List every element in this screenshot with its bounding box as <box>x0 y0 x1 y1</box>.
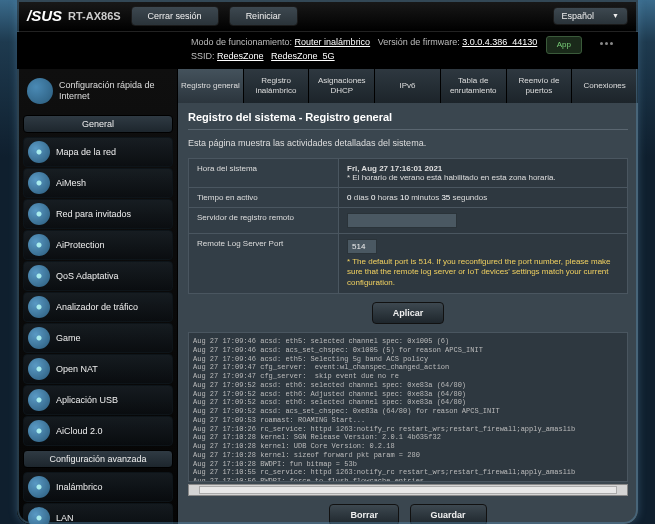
nav-icon <box>28 476 50 498</box>
sidebar-item-red-para-invitados[interactable]: Red para invitados <box>23 199 173 229</box>
sidebar-item-aplicaci-n-usb[interactable]: Aplicación USB <box>23 385 173 415</box>
system-log-text: Aug 27 17:09:46 acsd: eth5: selected cha… <box>193 337 623 482</box>
ssid-2-link[interactable]: RedesZone_5G <box>271 51 335 61</box>
reboot-button[interactable]: Reiniciar <box>229 6 298 26</box>
nav-icon <box>28 265 50 287</box>
language-selector[interactable]: Español ▼ <box>553 7 628 25</box>
sidebar-item-lan[interactable]: LAN <box>23 503 173 524</box>
sidebar-item-aiprotection[interactable]: AiProtection <box>23 230 173 260</box>
sidebar-item-analizador-de-tr-fico[interactable]: Analizador de tráfico <box>23 292 173 322</box>
ssid-label: SSID: <box>191 51 215 61</box>
content-area: Registro del sistema - Registro general … <box>178 103 638 524</box>
app-badge[interactable]: App <box>546 36 582 54</box>
main-panel: Registro generalRegistro inalámbricoAsig… <box>177 69 638 524</box>
brand-logo: /SUS <box>27 7 62 24</box>
tab-registro-general[interactable]: Registro general <box>178 69 244 103</box>
header-bar: /SUS RT-AX86S Cerrar sesión Reiniciar Es… <box>17 0 638 32</box>
log-server-input[interactable] <box>347 213 457 228</box>
language-label: Español <box>562 11 595 21</box>
system-time-value: Fri, Aug 27 17:16:01 2021 <box>347 164 442 173</box>
uptime-label: Tiempo en activo <box>189 188 339 208</box>
nav-icon <box>28 389 50 411</box>
nav-icon <box>28 420 50 442</box>
nav-label: Inalámbrico <box>56 482 103 492</box>
quick-setup-label: Configuración rápida de Internet <box>59 80 169 102</box>
log-port-label: Remote Log Server Port <box>189 234 339 294</box>
logout-button[interactable]: Cerrar sesión <box>131 6 219 26</box>
nav-label: Aplicación USB <box>56 395 118 405</box>
dst-note: * El horario de verano está habilitado e… <box>347 173 556 182</box>
info-bar: Modo de funcionamiento: Router inalámbri… <box>17 32 638 69</box>
log-port-warning: * The default port is 514. If you reconf… <box>347 257 611 287</box>
tab-tabla-de-enrutamiento[interactable]: Tabla de enrutamiento <box>441 69 507 103</box>
tab-asignaciones-dhcp[interactable]: Asignaciones DHCP <box>309 69 375 103</box>
quick-setup-button[interactable]: Configuración rápida de Internet <box>23 73 173 109</box>
sidebar-item-aicloud-2-0[interactable]: AiCloud 2.0 <box>23 416 173 446</box>
sidebar-item-mapa-de-la-red[interactable]: Mapa de la red <box>23 137 173 167</box>
sidebar-item-open-nat[interactable]: Open NAT <box>23 354 173 384</box>
ssid-1-link[interactable]: RedesZone <box>217 51 264 61</box>
page-description: Esta página muestra las actividades deta… <box>188 138 628 148</box>
tab-bar: Registro generalRegistro inalámbricoAsig… <box>178 69 638 103</box>
nav-label: Game <box>56 333 81 343</box>
sidebar-item-aimesh[interactable]: AiMesh <box>23 168 173 198</box>
nav-label: QoS Adaptativa <box>56 271 119 281</box>
more-icon[interactable] <box>594 36 618 50</box>
section-header-advanced: Configuración avanzada <box>23 450 173 468</box>
sidebar-item-qos-adaptativa[interactable]: QoS Adaptativa <box>23 261 173 291</box>
router-admin-frame: /SUS RT-AX86S Cerrar sesión Reiniciar Es… <box>17 0 638 524</box>
horizontal-scrollbar[interactable] <box>188 484 628 496</box>
nav-icon <box>28 234 50 256</box>
sidebar: Configuración rápida de Internet General… <box>17 69 177 524</box>
apply-button[interactable]: Aplicar <box>372 302 445 324</box>
sidebar-item-inal-mbrico[interactable]: Inalámbrico <box>23 472 173 502</box>
nav-icon <box>28 172 50 194</box>
globe-icon <box>27 78 53 104</box>
nav-icon <box>28 203 50 225</box>
nav-label: Analizador de tráfico <box>56 302 138 312</box>
tab-registro-inal-mbrico[interactable]: Registro inalámbrico <box>244 69 310 103</box>
firmware-link[interactable]: 3.0.0.4.386_44130 <box>462 37 537 47</box>
nav-label: LAN <box>56 513 74 523</box>
chevron-down-icon: ▼ <box>612 12 619 19</box>
sidebar-item-game[interactable]: Game <box>23 323 173 353</box>
nav-label: Open NAT <box>56 364 98 374</box>
section-header-general: General <box>23 115 173 133</box>
nav-icon <box>28 296 50 318</box>
nav-label: AiMesh <box>56 178 86 188</box>
uptime-value: 0 días 0 horas 10 minutos 35 segundos <box>339 188 628 208</box>
nav-icon <box>28 141 50 163</box>
nav-icon <box>28 327 50 349</box>
fw-label: Versión de firmware: <box>378 37 460 47</box>
log-server-label: Servidor de registro remoto <box>189 208 339 234</box>
system-time-label: Hora del sistema <box>189 159 339 188</box>
config-table: Hora del sistema Fri, Aug 27 17:16:01 20… <box>188 158 628 294</box>
nav-label: Red para invitados <box>56 209 131 219</box>
nav-icon <box>28 507 50 524</box>
tab-ipv6[interactable]: IPv6 <box>375 69 441 103</box>
nav-icon <box>28 358 50 380</box>
tab-reenv-o-de-puertos[interactable]: Reenvío de puertos <box>507 69 573 103</box>
nav-label: Mapa de la red <box>56 147 116 157</box>
nav-label: AiProtection <box>56 240 105 250</box>
save-button[interactable]: Guardar <box>410 504 487 524</box>
mode-label: Modo de funcionamiento: <box>191 37 292 47</box>
log-port-value[interactable]: 514 <box>347 239 377 254</box>
model-name: RT-AX86S <box>68 10 121 22</box>
clear-button[interactable]: Borrar <box>329 504 399 524</box>
system-log-box[interactable]: Aug 27 17:09:46 acsd: eth5: selected cha… <box>188 332 628 482</box>
page-title: Registro del sistema - Registro general <box>188 111 628 130</box>
mode-link[interactable]: Router inalámbrico <box>295 37 371 47</box>
nav-label: AiCloud 2.0 <box>56 426 103 436</box>
tab-conexiones[interactable]: Conexiones <box>572 69 638 103</box>
